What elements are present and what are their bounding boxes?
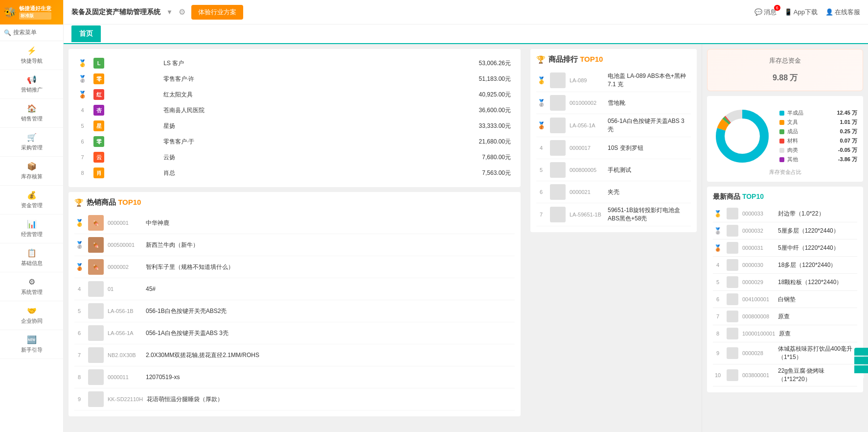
middle-product-row[interactable]: 5 000800005 手机测试 [536, 159, 691, 181]
middle-product-row[interactable]: 🥉 LA-056-1A 056-1A白色按键开关盖ABS 3 壳 [536, 114, 691, 137]
rank-avatar: 零 [93, 73, 104, 84]
settings-icon[interactable]: ⚙ [179, 7, 185, 17]
rank-avatar: 零 [93, 136, 104, 147]
new-product-row[interactable]: 5 0000029 18颗粒板（1220*2440） [713, 274, 857, 291]
hot-product-row[interactable]: 7 NB2.0X30B 2.0X30MM双搓花轴,搓花直径2.1MM/ROHS [74, 344, 515, 366]
logo-name: 畅捷通好生意 [19, 5, 51, 12]
dropdown-icon[interactable]: ▼ [166, 8, 173, 16]
hot-product-row[interactable]: 6 LA-056-1A 056-1A白色按键开关盖ABS 3壳 [74, 322, 515, 344]
app-label: App下载 [794, 8, 818, 17]
app-download-link[interactable]: 📱 App下载 [784, 8, 818, 17]
inventory-card: 库存总资金 9.88万 [707, 49, 863, 91]
tp-code: 0000032 [742, 228, 774, 234]
product-thumb: 🍖 [88, 215, 104, 231]
sales-rank-row[interactable]: 7 云 云扬 7,680.00元 [75, 150, 514, 165]
sales-rank-row[interactable]: 5 星 星扬 33,333.00元 [75, 119, 514, 133]
sidebar-item-inventory[interactable]: 📦 库存核算 [0, 157, 63, 186]
tp-name: 5厘多层（1220*2440） [778, 227, 857, 235]
system-label: 系统管理 [21, 288, 43, 296]
sidebar-item-basic[interactable]: 📋 基础信息 [0, 243, 63, 272]
sidebar-item-guide[interactable]: 🆕 新手引导 [0, 330, 63, 359]
inventory-unit: 万 [790, 73, 798, 82]
hot-product-row[interactable]: 🥉 🍖 0000002 智利车子里（规格不知道填什么） [74, 256, 515, 278]
float-btn-live[interactable]: 直播 [854, 365, 868, 373]
product-code: 000500001 [108, 242, 142, 248]
online-service-link[interactable]: 👤 在线客服 [825, 8, 860, 17]
product-thumb [550, 72, 566, 88]
cooperation-label: 企业协同 [21, 317, 43, 325]
sidebar-item-operation[interactable]: 📊 经营管理 [0, 215, 63, 243]
sidebar-item-finance[interactable]: 💰 资金管理 [0, 186, 63, 215]
new-products-list: 🥇 0000033 封边带（1.0*22） 🥈 0000032 5厘多层（122… [713, 205, 857, 386]
legend-item: 其他 -3.86 万 [779, 155, 857, 164]
sales-rank-row[interactable]: 🥇 L LS 客户 53,006.26元 [75, 56, 514, 71]
middle-product-row[interactable]: 6 0000021 夹壳 [536, 181, 691, 203]
sidebar-item-sales[interactable]: 🏠 销售管理 [0, 99, 63, 128]
legend-value: -0.05 万 [833, 146, 857, 154]
sales-rank-row[interactable]: 🥉 红 红太阳文具 40,925.00元 [75, 87, 514, 102]
hot-product-row[interactable]: 🥇 🍖 0000001 中华神鹿 [74, 212, 515, 234]
tp-name: 原查 [778, 312, 857, 321]
new-product-row[interactable]: 🥇 0000033 封边带（1.0*22） [713, 205, 857, 222]
rank-medal: 🥇 [75, 56, 90, 71]
sidebar-item-system[interactable]: ⚙ 系统管理 [0, 272, 63, 301]
middle-product-row[interactable]: 7 LA-59651-1B 59651-1B旋转投影灯电池盒 ABS黑色+58壳 [536, 203, 691, 226]
message-badge[interactable]: 💬 消息 6 [754, 8, 777, 17]
hot-product-row[interactable]: 8 0000011 12070519-xs [74, 366, 515, 388]
legend-value: -3.86 万 [833, 156, 857, 163]
sales-rank-row[interactable]: 🥈 零 零售客户·许 51,183.00元 [75, 72, 514, 86]
sidebar: 🐝 畅捷通好生意 标准版 🔍 搜索菜单 ⚡ 快捷导航 📢 营销推广 🏠 销售管理… [0, 0, 64, 432]
product-name: 10S 变刹罗钮 [608, 144, 691, 152]
middle-product-row[interactable]: 🥇 LA-089 电池盖 LA-089 ABS本色+黑种 7.1 克 [536, 69, 691, 92]
trial-button[interactable]: 体验行业方案 [191, 5, 243, 20]
new-product-row[interactable]: 10 003800001 22g鱼豆腐·烧烤味（1*12*20） [713, 364, 857, 386]
tp-thumb [727, 293, 738, 305]
marketing-label: 营销推广 [21, 86, 43, 94]
middle-products-title: 🏆 商品排行 TOP10 [536, 55, 691, 64]
tab-home[interactable]: 首页 [71, 25, 101, 42]
sidebar-item-cooperation[interactable]: 🤝 企业协同 [0, 301, 63, 330]
rank-medal: 5 [75, 119, 90, 133]
rank-name: LS 客户 [160, 56, 356, 71]
new-product-row[interactable]: 9 0000028 体城荔枝味苏打饮品400毫升（1*15） [713, 342, 857, 364]
product-code: KK-SD22110H [108, 396, 143, 402]
legend-dot [779, 148, 784, 153]
tp-thumb [727, 328, 738, 339]
new-product-row[interactable]: 🥈 0000032 5厘多层（1220*2440） [713, 222, 857, 240]
new-product-row[interactable]: 4 0000030 18多层（1220*2440） [713, 257, 857, 274]
tp-name: 18多层（1220*2440） [778, 261, 857, 269]
hot-product-row[interactable]: 5 LA-056-1B 056-1B白色按键开关壳ABS2壳 [74, 300, 515, 322]
middle-product-row[interactable]: 🥈 001000002 雪地靴 [536, 92, 691, 114]
message-icon: 💬 [754, 8, 762, 16]
product-name: 056-1A白色按键开关盖ABS 3 壳 [608, 117, 691, 134]
hot-product-row[interactable]: 🥈 🍖 000500001 新西兰牛肉（新牛） [74, 234, 515, 256]
rank-avatar: 云 [93, 152, 104, 163]
hot-product-row[interactable]: 4 01 45# [74, 278, 515, 300]
middle-product-row[interactable]: 4 0000017 10S 变刹罗钮 [536, 137, 691, 159]
new-product-row[interactable]: 7 000800008 原查 [713, 308, 857, 325]
legend-value: 0.07 万 [833, 137, 857, 144]
hot-product-row[interactable]: 9 KK-SD22110H 花语萌恒温分腿睡袋（厚款） [74, 388, 515, 410]
float-btn-community[interactable]: 服务社区 [854, 357, 868, 364]
tp-name: 白钢垫 [778, 295, 857, 304]
new-product-row[interactable]: 6 004100001 白钢垫 [713, 291, 857, 308]
product-rank: 7 [536, 212, 546, 217]
middle-panel: 🏆 商品排行 TOP10 🥇 LA-089 电池盖 LA-089 ABS本色+黑… [525, 44, 702, 432]
hot-products-card: 🏆 热销商品 TOP10 🥇 🍖 0000001 中华神鹿 🥈 🍖 000500… [69, 192, 521, 416]
sales-rank-row[interactable]: 6 零 零售客户·于 21,680.00元 [75, 134, 514, 149]
sales-rank-row[interactable]: 8 肖 肖总 7,563.00元 [75, 166, 514, 180]
sales-rank-row[interactable]: 4 杏 苍南县人民医院 36,600.00元 [75, 103, 514, 118]
new-product-row[interactable]: 8 10000100001 原查 [713, 325, 857, 342]
sidebar-item-purchase[interactable]: 🛒 采购管理 [0, 128, 63, 157]
product-code: 0000021 [570, 189, 604, 195]
sidebar-item-marketing[interactable]: 📢 营销推广 [0, 70, 63, 99]
product-rank: 🥈 [536, 99, 546, 107]
rank-name: 云扬 [160, 150, 356, 165]
sidebar-search[interactable]: 🔍 搜索菜单 [0, 24, 63, 41]
search-icon: 🔍 [4, 29, 11, 36]
float-btn-service[interactable]: 客服热线 [854, 348, 868, 356]
sidebar-item-quick-nav[interactable]: ⚡ 快捷导航 [0, 41, 63, 70]
donut-chart [713, 107, 772, 166]
legend-label: 文具 [787, 119, 830, 126]
new-product-row[interactable]: 🥉 0000031 5厘中纤（1220*2440） [713, 240, 857, 257]
